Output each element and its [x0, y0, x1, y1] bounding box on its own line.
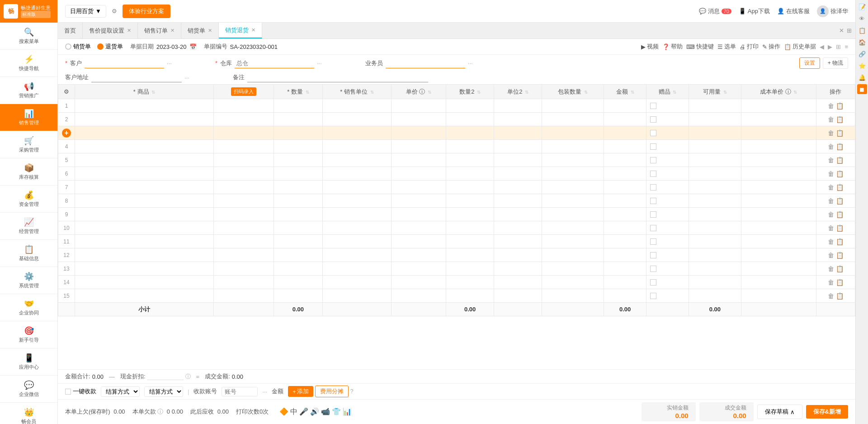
- right-panel-list-icon[interactable]: 📋: [857, 25, 867, 35]
- pack-qty-cell[interactable]: [542, 126, 604, 140]
- qty2-cell[interactable]: [446, 140, 494, 153]
- gift-cell[interactable]: [646, 221, 689, 235]
- unit-cell[interactable]: [323, 140, 392, 153]
- qty2-sort-icon[interactable]: ⇅: [477, 90, 481, 95]
- copy-btn[interactable]: 📋: [836, 224, 844, 232]
- goods-cell[interactable]: [75, 140, 214, 153]
- unit2-cell[interactable]: [494, 140, 542, 153]
- copy-btn[interactable]: 📋: [836, 143, 844, 150]
- available-cell[interactable]: [689, 248, 741, 262]
- goods-cell[interactable]: [75, 248, 214, 262]
- qty2-cell[interactable]: [446, 167, 494, 181]
- copy-btn[interactable]: 📋: [836, 197, 844, 205]
- price-cell[interactable]: [391, 153, 446, 167]
- delete-btn[interactable]: 🗑: [828, 224, 834, 232]
- industry-selector[interactable]: 日用百货 ▼: [65, 5, 106, 18]
- logistics-btn[interactable]: + 物流: [823, 57, 848, 69]
- qty-cell[interactable]: [274, 208, 322, 221]
- list-view-icon[interactable]: ≡: [844, 43, 848, 50]
- cost-price-cell[interactable]: [741, 113, 816, 126]
- unit2-cell[interactable]: [494, 276, 542, 289]
- price-sort-icon[interactable]: ⇅: [428, 90, 431, 95]
- copy-btn[interactable]: 📋: [836, 116, 844, 123]
- select-action[interactable]: ☰ 选单: [717, 43, 736, 51]
- qty-cell[interactable]: [274, 262, 322, 276]
- qty2-cell[interactable]: [446, 126, 494, 140]
- price-cell[interactable]: [391, 194, 446, 208]
- cost-price-cell[interactable]: [741, 289, 816, 303]
- price-cell[interactable]: [391, 289, 446, 303]
- online-service-btn[interactable]: 👤 在线客服: [777, 7, 810, 15]
- unit2-cell[interactable]: [494, 153, 542, 167]
- unit-cell[interactable]: [323, 126, 392, 140]
- user-avatar[interactable]: 👤 徐泽华: [817, 5, 848, 17]
- amount-cell[interactable]: [604, 221, 646, 235]
- toolbar-icon-5[interactable]: 📹: [321, 407, 330, 417]
- amount-cell[interactable]: [604, 99, 646, 113]
- amount-cell[interactable]: [604, 153, 646, 167]
- available-cell[interactable]: [689, 262, 741, 276]
- copy-btn[interactable]: 📋: [836, 252, 844, 259]
- scan-btn[interactable]: 扫码录入: [231, 87, 256, 96]
- price-cell[interactable]: [391, 262, 446, 276]
- gift-cell[interactable]: [646, 235, 689, 248]
- delete-btn[interactable]: 🗑: [828, 143, 834, 150]
- available-cell[interactable]: [689, 113, 741, 126]
- available-cell[interactable]: [689, 99, 741, 113]
- unit2-cell[interactable]: [494, 289, 542, 303]
- next-icon[interactable]: ▶: [828, 43, 832, 50]
- qty2-cell[interactable]: [446, 289, 494, 303]
- available-cell[interactable]: [689, 181, 741, 194]
- sidebar-item-operations[interactable]: 📈 经营管理: [0, 213, 57, 240]
- toolbar-icon-4[interactable]: 🔊: [310, 407, 319, 417]
- copy-btn[interactable]: 📋: [836, 238, 844, 245]
- unit-cell[interactable]: [323, 276, 392, 289]
- available-cell[interactable]: [689, 140, 741, 153]
- customer-input[interactable]: [85, 58, 164, 68]
- unit2-sort-icon[interactable]: ⇅: [525, 90, 528, 95]
- cost-price-cell[interactable]: [741, 235, 816, 248]
- copy-btn[interactable]: 📋: [836, 211, 844, 218]
- qty2-cell[interactable]: [446, 276, 494, 289]
- amount-cell[interactable]: [604, 289, 646, 303]
- qty-cell[interactable]: [274, 194, 322, 208]
- goods-cell[interactable]: [75, 181, 214, 194]
- copy-btn[interactable]: 📋: [836, 292, 844, 300]
- salesperson-picker-icon[interactable]: ···: [468, 60, 473, 67]
- unit2-cell[interactable]: [494, 113, 542, 126]
- cost-price-cell[interactable]: [741, 208, 816, 221]
- tab-close-icon[interactable]: ✕: [170, 28, 175, 33]
- unit-cell[interactable]: [323, 181, 392, 194]
- gift-checkbox[interactable]: [650, 157, 656, 163]
- cost-price-cell[interactable]: [741, 181, 816, 194]
- pack-qty-cell[interactable]: [542, 181, 604, 194]
- delete-btn[interactable]: 🗑: [828, 129, 834, 137]
- cost-price-cell[interactable]: [741, 153, 816, 167]
- amount-cell[interactable]: [604, 248, 646, 262]
- qty-cell[interactable]: [274, 99, 322, 113]
- gift-cell[interactable]: [646, 208, 689, 221]
- settings-btn[interactable]: 设置: [799, 57, 820, 69]
- toolbar-icon-1[interactable]: 🔶: [279, 407, 288, 417]
- price-cell[interactable]: [391, 99, 446, 113]
- history-action[interactable]: 📋 历史单据: [784, 43, 816, 51]
- amount-cell[interactable]: [604, 194, 646, 208]
- sidebar-item-sales[interactable]: 📊 销售管理: [0, 104, 57, 131]
- gift-cell[interactable]: [646, 153, 689, 167]
- toolbar-icon-2[interactable]: 中: [290, 407, 297, 417]
- pack-qty-cell[interactable]: [542, 289, 604, 303]
- qty2-cell[interactable]: [446, 262, 494, 276]
- tab-close-icon[interactable]: ✕: [251, 27, 255, 33]
- goods-cell[interactable]: [75, 235, 214, 248]
- cash-discount-input[interactable]: [147, 373, 184, 380]
- gift-checkbox[interactable]: [650, 171, 656, 177]
- pack-qty-cell[interactable]: [542, 276, 604, 289]
- shortcut-action[interactable]: ⌨ 快捷键: [686, 43, 714, 51]
- qty-cell[interactable]: [274, 221, 322, 235]
- fee-split-help-icon[interactable]: ?: [350, 388, 354, 395]
- price-cell[interactable]: [391, 140, 446, 153]
- cost-price-cell[interactable]: [741, 276, 816, 289]
- radio-return[interactable]: 退货单: [97, 43, 123, 51]
- cost-price-cell[interactable]: [741, 248, 816, 262]
- grid-view-icon[interactable]: ⊞: [836, 43, 841, 50]
